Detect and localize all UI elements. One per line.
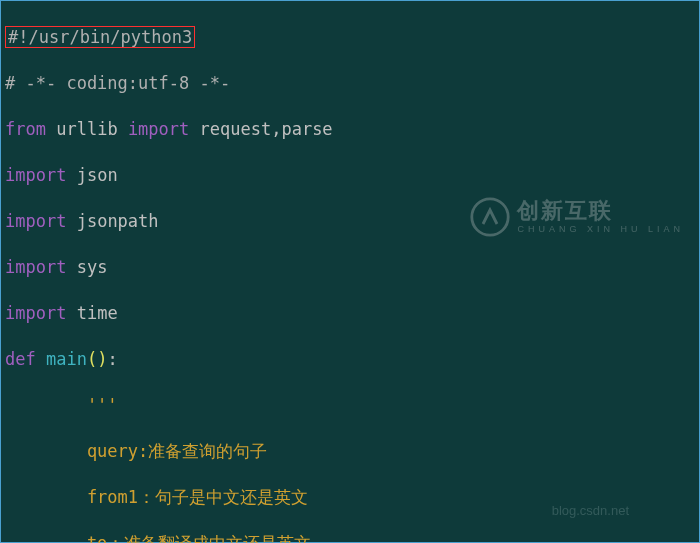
code-line: from1：句子是中文还是英文 (5, 486, 695, 509)
code-line: query:准备查询的句子 (5, 440, 695, 463)
code-line: to：准备翻译成中文还是英文 (5, 532, 695, 543)
module: jsonpath (77, 211, 159, 231)
kw-import: import (5, 257, 66, 277)
module: urllib (56, 119, 117, 139)
code-line: import json (5, 164, 695, 187)
kw-def: def (5, 349, 36, 369)
kw-import: import (5, 303, 66, 323)
names: request,parse (200, 119, 333, 139)
parens: () (87, 349, 107, 369)
code-line: import jsonpath (5, 210, 695, 233)
code-line: ''' (5, 394, 695, 417)
code-line: #!/usr/bin/python3 (5, 26, 695, 49)
code-line: def main(): (5, 348, 695, 371)
code-line: from urllib import request,parse (5, 118, 695, 141)
module: json (77, 165, 118, 185)
code-line: # -*- coding:utf-8 -*- (5, 72, 695, 95)
code-editor: #!/usr/bin/python3 # -*- coding:utf-8 -*… (0, 0, 700, 543)
shebang-line: #!/usr/bin/python3 (5, 26, 195, 48)
kw-import: import (128, 119, 189, 139)
module: time (77, 303, 118, 323)
code-line: import time (5, 302, 695, 325)
code-line: import sys (5, 256, 695, 279)
func-name: main (46, 349, 87, 369)
kw-from: from (5, 119, 46, 139)
kw-import: import (5, 165, 66, 185)
module: sys (77, 257, 108, 277)
colon: : (107, 349, 117, 369)
kw-import: import (5, 211, 66, 231)
